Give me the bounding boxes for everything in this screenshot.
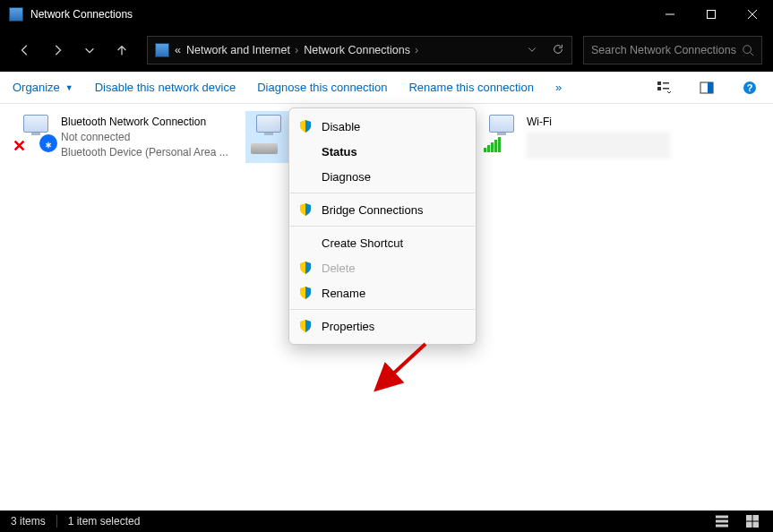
menu-separator [290, 309, 475, 310]
menu-separator [290, 226, 475, 227]
forward-button[interactable] [43, 36, 72, 64]
item-count: 3 items [11, 515, 46, 528]
address-dropdown-icon[interactable] [527, 44, 537, 57]
location-icon [155, 43, 169, 57]
menu-status[interactable]: Status [289, 139, 476, 164]
back-button[interactable] [11, 36, 39, 64]
ethernet-connection-icon [249, 115, 288, 150]
svg-rect-1 [708, 11, 716, 19]
svg-rect-18 [746, 515, 752, 520]
up-button[interactable] [107, 36, 136, 64]
redacted-text [527, 132, 670, 159]
bluetooth-connection-icon: ✕ ⁎ [16, 115, 56, 150]
divider [56, 515, 57, 528]
connection-name: Bluetooth Network Connection [61, 115, 228, 130]
shield-icon [298, 202, 313, 217]
selection-count: 1 item selected [68, 515, 141, 528]
close-button[interactable] [732, 0, 773, 29]
connection-wifi[interactable]: Wi-Fi [478, 111, 700, 163]
menu-bridge-connections[interactable]: Bridge Connections [289, 197, 476, 222]
svg-rect-11 [708, 82, 713, 93]
connection-device: Bluetooth Device (Personal Area ... [61, 145, 228, 160]
svg-rect-9 [663, 88, 669, 90]
organize-menu[interactable]: Organize▼ [13, 81, 73, 94]
shield-icon [298, 286, 313, 300]
address-bar[interactable]: « Network and Internet› Network Connecti… [147, 36, 572, 64]
svg-rect-8 [663, 82, 669, 84]
svg-point-4 [743, 46, 752, 54]
view-options-button[interactable] [653, 77, 674, 99]
annotation-arrow [372, 335, 434, 401]
app-icon [9, 7, 23, 21]
breadcrumb-prefix: « [175, 44, 181, 56]
connection-name: Wi-Fi [527, 115, 670, 130]
window-title: Network Connections [30, 8, 649, 21]
recent-locations-button[interactable] [75, 36, 104, 64]
menu-rename[interactable]: Rename [289, 280, 476, 305]
shield-icon [298, 261, 313, 275]
shield-icon [298, 319, 313, 333]
content-area: ✕ ⁎ Bluetooth Network Connection Not con… [0, 104, 773, 511]
menu-properties[interactable]: Properties [289, 313, 476, 339]
large-icons-view-button[interactable] [743, 514, 762, 528]
breadcrumb-current[interactable]: Network Connections› [304, 44, 418, 56]
more-commands-button[interactable]: » [555, 81, 562, 94]
svg-rect-15 [716, 516, 728, 518]
rename-connection-button[interactable]: Rename this connection [408, 81, 533, 94]
details-view-button[interactable] [712, 514, 732, 528]
menu-delete: Delete [289, 255, 476, 280]
svg-rect-20 [746, 522, 752, 528]
svg-rect-19 [753, 515, 759, 520]
search-placeholder: Search Network Connections [591, 44, 736, 56]
minimize-button[interactable] [649, 0, 691, 29]
refresh-button[interactable] [552, 43, 564, 58]
breadcrumb-parent[interactable]: Network and Internet› [186, 44, 298, 56]
status-bar: 3 items 1 item selected [0, 511, 773, 532]
menu-separator [290, 193, 475, 193]
connection-status: Not connected [61, 130, 228, 145]
diagnose-connection-button[interactable]: Diagnose this connection [257, 81, 387, 94]
search-icon [742, 44, 754, 56]
help-button[interactable]: ? [739, 77, 760, 99]
menu-create-shortcut[interactable]: Create Shortcut [289, 230, 476, 255]
preview-pane-button[interactable] [696, 77, 717, 99]
context-menu: Disable Status Diagnose Bridge Connectio… [288, 107, 477, 345]
shield-icon [298, 119, 313, 133]
title-bar: Network Connections [0, 0, 773, 29]
svg-text:?: ? [747, 82, 753, 93]
search-input[interactable]: Search Network Connections [583, 36, 762, 64]
svg-line-14 [379, 344, 425, 387]
maximize-button[interactable] [691, 0, 732, 29]
wifi-connection-icon [482, 115, 521, 150]
svg-rect-17 [716, 525, 728, 527]
svg-rect-6 [657, 82, 661, 85]
menu-diagnose[interactable]: Diagnose [289, 164, 476, 189]
menu-disable[interactable]: Disable [289, 114, 476, 139]
svg-line-5 [751, 53, 754, 56]
connection-bluetooth[interactable]: ✕ ⁎ Bluetooth Network Connection Not con… [13, 111, 235, 163]
command-bar: Organize▼ Disable this network device Di… [0, 72, 773, 104]
nav-bar: « Network and Internet› Network Connecti… [0, 29, 773, 72]
svg-rect-7 [657, 87, 661, 90]
svg-rect-21 [753, 522, 759, 528]
disable-device-button[interactable]: Disable this network device [95, 81, 236, 94]
svg-rect-16 [716, 520, 728, 522]
